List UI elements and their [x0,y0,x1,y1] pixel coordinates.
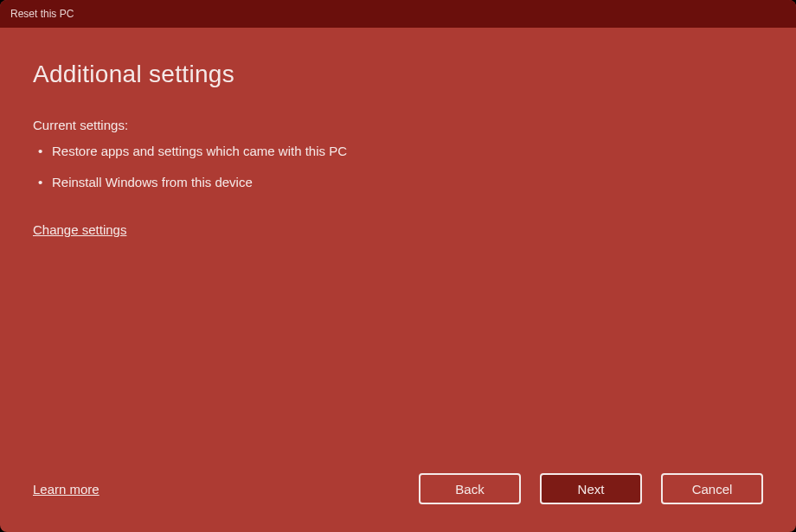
back-button[interactable]: Back [419,473,521,504]
list-item: Restore apps and settings which came wit… [33,141,763,162]
reset-pc-dialog: Reset this PC Additional settings Curren… [0,0,796,532]
list-item: Reinstall Windows from this device [33,172,763,193]
learn-more-link[interactable]: Learn more [33,482,100,497]
cancel-button[interactable]: Cancel [661,473,763,504]
page-heading: Additional settings [33,61,763,88]
dialog-content: Additional settings Current settings: Re… [0,28,796,473]
window-title: Reset this PC [10,8,74,20]
change-settings-link[interactable]: Change settings [33,222,126,237]
settings-list: Restore apps and settings which came wit… [33,141,763,203]
footer-right: Back Next Cancel [419,473,763,504]
footer-left: Learn more [33,482,100,497]
titlebar: Reset this PC [0,0,796,28]
dialog-footer: Learn more Back Next Cancel [0,473,796,532]
next-button[interactable]: Next [540,473,642,504]
current-settings-label: Current settings: [33,118,763,132]
